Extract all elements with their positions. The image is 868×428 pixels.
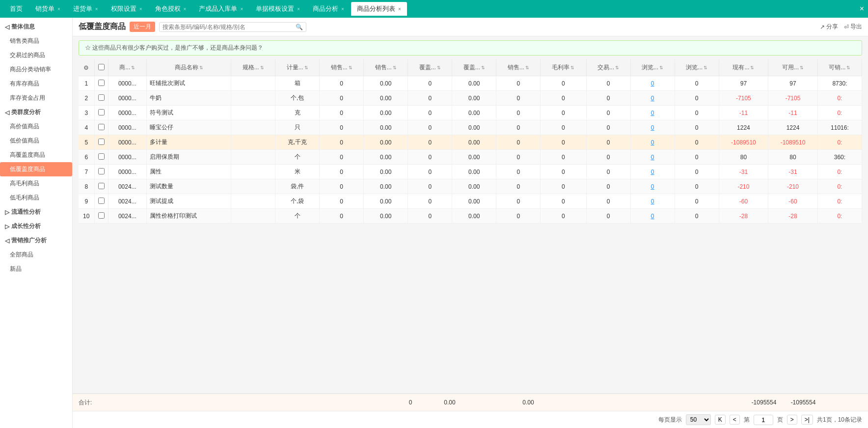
close-icon[interactable]: × [184, 6, 187, 12]
row-checkbox[interactable] [94, 150, 108, 165]
close-icon[interactable]: × [240, 6, 243, 12]
row-views1[interactable]: 0 [630, 135, 675, 150]
row-cov2: 0.00 [452, 135, 496, 150]
tab-template-settings[interactable]: 单据模板设置 × [250, 2, 306, 16]
sidebar-section-overall[interactable]: ◁ 整体信息 [0, 20, 72, 34]
sidebar-item-low-margin[interactable]: 低毛利商品 [0, 191, 72, 205]
row-checkbox[interactable] [94, 165, 108, 179]
row-no: 7 [79, 165, 94, 179]
close-icon[interactable]: × [297, 6, 300, 12]
tab-purchase-order[interactable]: 进货单 × [67, 2, 104, 16]
share-button[interactable]: ↗ 分享 [820, 23, 838, 31]
page-size-select[interactable]: 50 10 20 100 [686, 414, 711, 425]
sidebar-section-cluster[interactable]: ◁ 类群度分析 [0, 105, 72, 119]
row-sales-qty: 0 [320, 135, 364, 150]
sidebar-item-high-margin[interactable]: 高毛利商品 [0, 176, 72, 191]
row-checkbox[interactable] [94, 179, 108, 194]
row-sales-qty: 0 [320, 179, 364, 194]
sidebar-item-sales-products[interactable]: 销售类商品 [0, 34, 72, 48]
tab-home[interactable]: 首页 [4, 2, 28, 16]
first-page-button[interactable]: K [715, 415, 726, 425]
row-checkbox[interactable] [94, 135, 108, 150]
row-checkbox[interactable] [94, 209, 108, 224]
last-page-button[interactable]: >| [801, 415, 813, 425]
row-checkbox[interactable] [94, 76, 108, 91]
sidebar-section-flow[interactable]: ▷ 流通性分析 [0, 205, 72, 219]
row-current-stock: 97 [719, 76, 768, 91]
col-settings[interactable]: ⚙ [79, 59, 94, 76]
tab-sales-order[interactable]: 销货单 × [29, 2, 66, 16]
tab-permission-settings[interactable]: 权限设置 × [105, 2, 148, 16]
tab-product-analysis[interactable]: 商品分析 × [307, 2, 350, 16]
row-gross-margin: 0 [541, 76, 586, 91]
row-sales-qty: 0 [320, 120, 364, 135]
sidebar-section-marketing[interactable]: ◁ 营销推广分析 [0, 233, 72, 248]
row-checkbox[interactable] [94, 91, 108, 106]
select-all-checkbox[interactable] [98, 64, 105, 70]
row-cov1: 0 [408, 179, 452, 194]
tab-finished-goods[interactable]: 产成品入库单 × [193, 2, 249, 16]
row-views1[interactable]: 0 [630, 179, 675, 194]
page-title: 低覆盖度商品 [79, 22, 126, 32]
row-views2: 0 [675, 76, 719, 91]
sidebar-item-all-products[interactable]: 全部商品 [0, 248, 72, 262]
row-transactions: 0 [586, 91, 630, 106]
sidebar-item-high-value[interactable]: 高价值商品 [0, 119, 72, 134]
row-views1[interactable]: 0 [630, 76, 675, 91]
export-button[interactable]: ⏎ 导出 [844, 23, 862, 31]
row-cov1: 0 [408, 135, 452, 150]
search-input[interactable] [163, 24, 294, 30]
page-number-input[interactable] [754, 415, 773, 425]
search-icon[interactable]: 🔍 [296, 24, 303, 30]
row-views1[interactable]: 0 [630, 150, 675, 165]
sidebar-item-low-value[interactable]: 低价值商品 [0, 134, 72, 148]
close-icon[interactable]: × [341, 6, 344, 12]
tab-role-auth[interactable]: 角色授权 × [149, 2, 192, 16]
data-table-container[interactable]: ⚙ 商...⇅ 商品名称⇅ 规格...⇅ 计量...⇅ 销售...⇅ 销售...… [73, 59, 868, 393]
sidebar-section-growth[interactable]: ▷ 成长性分析 [0, 219, 72, 233]
row-views1[interactable]: 0 [630, 120, 675, 135]
prev-page-button[interactable]: < [730, 415, 740, 425]
row-views1[interactable]: 0 [630, 209, 675, 224]
sidebar-item-in-stock[interactable]: 有库存商品 [0, 77, 72, 91]
next-page-button[interactable]: > [787, 415, 797, 425]
row-views2: 0 [675, 91, 719, 106]
close-icon[interactable]: × [95, 6, 98, 12]
row-id: 0000... [108, 120, 146, 135]
col-checkbox[interactable] [94, 59, 108, 76]
close-icon[interactable]: × [398, 6, 401, 12]
tab-product-analysis-list[interactable]: 商品分析列表 × [351, 2, 407, 16]
sidebar-item-high-coverage[interactable]: 高覆盖度商品 [0, 148, 72, 162]
sidebar-item-low-coverage[interactable]: 低覆盖度商品 [0, 162, 72, 176]
row-transactions: 0 [586, 150, 630, 165]
period-button[interactable]: 近一月 [130, 22, 155, 32]
row-cov1: 0 [408, 76, 452, 91]
row-unit: 只 [275, 120, 320, 135]
row-name: 属性 [146, 165, 231, 179]
row-sales-cnt: 0 [496, 209, 541, 224]
close-icon[interactable]: × [139, 6, 142, 12]
close-all-icon[interactable]: × [860, 4, 864, 13]
row-current-stock: -1089510 [719, 135, 768, 150]
sidebar-item-capital-occupation[interactable]: 库存资金占用 [0, 91, 72, 105]
row-views1[interactable]: 0 [630, 165, 675, 179]
row-views1[interactable]: 0 [630, 194, 675, 209]
row-spec [231, 194, 275, 209]
row-checkbox[interactable] [94, 194, 108, 209]
table-row: 1 0000... 旺辅批次测试 箱 0 0.00 0 0.00 0 0 0 0… [79, 76, 862, 91]
sidebar-item-new-products[interactable]: 新品 [0, 262, 72, 276]
row-checkbox[interactable] [94, 120, 108, 135]
row-cov2: 0.00 [452, 194, 496, 209]
close-icon[interactable]: × [57, 6, 60, 12]
row-views1[interactable]: 0 [630, 106, 675, 120]
row-views2: 0 [675, 165, 719, 179]
row-transactions: 0 [586, 209, 630, 224]
row-sales-cnt: 0 [496, 165, 541, 179]
row-cov2: 0.00 [452, 91, 496, 106]
row-checkbox[interactable] [94, 106, 108, 120]
sidebar-item-traded-products[interactable]: 交易过的商品 [0, 48, 72, 62]
row-gross-margin: 0 [541, 106, 586, 120]
row-views1[interactable]: 0 [630, 91, 675, 106]
sidebar-item-category-turnover[interactable]: 商品分类动销率 [0, 62, 72, 77]
footer-label: 合计: [79, 399, 92, 407]
